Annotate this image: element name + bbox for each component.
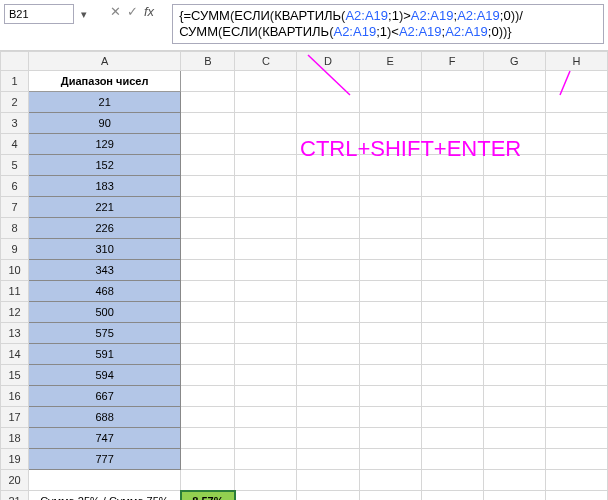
- table-row: 17688: [1, 407, 608, 428]
- formula-line-2: СУММ(ЕСЛИ(КВАРТИЛЬ(A2:A19;1)<A2:A19;A2:A…: [179, 24, 597, 40]
- row-header[interactable]: 15: [1, 365, 29, 386]
- spreadsheet-grid[interactable]: A B C D E F G H 1Диапазон чисел221390412…: [0, 51, 608, 500]
- table-row: 1Диапазон чисел: [1, 71, 608, 92]
- row-header[interactable]: 19: [1, 449, 29, 470]
- col-header-H[interactable]: H: [545, 52, 607, 71]
- col-header-G[interactable]: G: [483, 52, 545, 71]
- data-cell[interactable]: 226: [29, 218, 181, 239]
- table-row: 4129: [1, 134, 608, 155]
- enter-icon[interactable]: ✓: [127, 4, 138, 19]
- col-header-F[interactable]: F: [421, 52, 483, 71]
- table-row: 14591: [1, 344, 608, 365]
- table-row: 20: [1, 470, 608, 491]
- row-header[interactable]: 6: [1, 176, 29, 197]
- row-header[interactable]: 13: [1, 323, 29, 344]
- table-row: 18747: [1, 428, 608, 449]
- row-header[interactable]: 5: [1, 155, 29, 176]
- row-header[interactable]: 1: [1, 71, 29, 92]
- result-label-cell[interactable]: Сумма 25% / Сумма 75%: [29, 491, 181, 501]
- row-header[interactable]: 18: [1, 428, 29, 449]
- data-cell[interactable]: 221: [29, 197, 181, 218]
- cancel-icon[interactable]: ✕: [110, 4, 121, 19]
- table-row: 21Сумма 25% / Сумма 75%8,57%: [1, 491, 608, 501]
- row-header[interactable]: 14: [1, 344, 29, 365]
- table-row: 390: [1, 113, 608, 134]
- table-row: 221: [1, 92, 608, 113]
- row-header[interactable]: 2: [1, 92, 29, 113]
- result-value-cell[interactable]: 8,57%: [181, 491, 235, 501]
- col-header-E[interactable]: E: [359, 52, 421, 71]
- data-cell[interactable]: 500: [29, 302, 181, 323]
- data-cell[interactable]: 21: [29, 92, 181, 113]
- table-row: 5152: [1, 155, 608, 176]
- data-cell[interactable]: 747: [29, 428, 181, 449]
- row-header[interactable]: 7: [1, 197, 29, 218]
- row-header[interactable]: 4: [1, 134, 29, 155]
- row-header[interactable]: 11: [1, 281, 29, 302]
- table-row: 10343: [1, 260, 608, 281]
- range-header-cell[interactable]: Диапазон чисел: [29, 71, 181, 92]
- col-header-D[interactable]: D: [297, 52, 359, 71]
- row-header[interactable]: 10: [1, 260, 29, 281]
- table-row: 6183: [1, 176, 608, 197]
- data-cell[interactable]: 310: [29, 239, 181, 260]
- row-header[interactable]: 9: [1, 239, 29, 260]
- data-cell[interactable]: 129: [29, 134, 181, 155]
- row-header[interactable]: 3: [1, 113, 29, 134]
- col-header-B[interactable]: B: [181, 52, 235, 71]
- data-cell[interactable]: 152: [29, 155, 181, 176]
- data-cell[interactable]: 90: [29, 113, 181, 134]
- formula-input[interactable]: {=СУММ(ЕСЛИ(КВАРТИЛЬ(A2:A19;1)>A2:A19;A2…: [172, 4, 604, 44]
- table-row: 8226: [1, 218, 608, 239]
- data-cell[interactable]: 688: [29, 407, 181, 428]
- data-cell[interactable]: 343: [29, 260, 181, 281]
- table-row: 9310: [1, 239, 608, 260]
- col-header-A[interactable]: A: [29, 52, 181, 71]
- formula-line-1: {=СУММ(ЕСЛИ(КВАРТИЛЬ(A2:A19;1)>A2:A19;A2…: [179, 8, 597, 24]
- row-header[interactable]: 8: [1, 218, 29, 239]
- data-cell[interactable]: 468: [29, 281, 181, 302]
- data-cell[interactable]: 667: [29, 386, 181, 407]
- table-row: 19777: [1, 449, 608, 470]
- row-header[interactable]: 17: [1, 407, 29, 428]
- table-row: 15594: [1, 365, 608, 386]
- row-header[interactable]: 12: [1, 302, 29, 323]
- table-row: 12500: [1, 302, 608, 323]
- formula-bar: ▾ ✕ ✓ fx {=СУММ(ЕСЛИ(КВАРТИЛЬ(A2:A19;1)>…: [0, 0, 608, 51]
- fx-icon[interactable]: fx: [144, 4, 154, 19]
- table-row: 11468: [1, 281, 608, 302]
- table-row: 7221: [1, 197, 608, 218]
- row-header[interactable]: 16: [1, 386, 29, 407]
- data-cell[interactable]: 591: [29, 344, 181, 365]
- name-box[interactable]: [4, 4, 74, 24]
- data-cell[interactable]: 575: [29, 323, 181, 344]
- namebox-dropdown-icon[interactable]: ▾: [78, 4, 90, 24]
- formula-bar-icons: ✕ ✓ fx: [110, 4, 162, 19]
- column-headers: A B C D E F G H: [1, 52, 608, 71]
- row-header[interactable]: 20: [1, 470, 29, 491]
- col-header-C[interactable]: C: [235, 52, 297, 71]
- row-header[interactable]: 21: [1, 491, 29, 501]
- data-cell[interactable]: 183: [29, 176, 181, 197]
- table-row: 13575: [1, 323, 608, 344]
- select-all-corner[interactable]: [1, 52, 29, 71]
- data-cell[interactable]: 777: [29, 449, 181, 470]
- table-row: 16667: [1, 386, 608, 407]
- data-cell[interactable]: 594: [29, 365, 181, 386]
